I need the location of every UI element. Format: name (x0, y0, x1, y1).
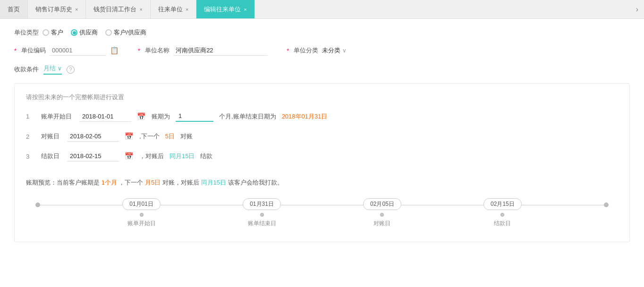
period-label-2: 对账日 (41, 132, 59, 141)
period-desc-3a: ，对账后 (139, 152, 164, 160)
tab-edit-partner-close[interactable]: × (244, 7, 246, 12)
unit-type-label: 单位类型 (14, 28, 39, 37)
preview-section: 账期预览：当前客户账期是 1个月 ，下一个 月5日 对账，对账后 同月15日 该… (26, 171, 618, 232)
timeline-node-2-dot (260, 213, 264, 217)
period-reconcile-highlight: 5日 (165, 132, 175, 141)
preview-part2: 月5日 (145, 179, 161, 186)
payment-value: 月结 (43, 64, 56, 73)
unit-code-label: 单位编码 (21, 46, 46, 55)
period-num-1: 1 (26, 113, 35, 120)
period-num-3: 3 (26, 153, 35, 160)
tab-edit-partner-label: 编辑往来单位 (204, 5, 241, 14)
timeline-node-3-bubble: 02月05日 (363, 198, 401, 210)
unit-type-row: 单位类型 客户 供应商 客户/供应商 (14, 28, 630, 37)
unit-type-group: 单位类型 客户 供应商 客户/供应商 (14, 28, 146, 37)
period-row-1: 1 账单开始日 📅 账期为 个月,账单结束日期为 2018年01月31日 (26, 111, 618, 122)
payment-label: 收款条件 (14, 65, 39, 74)
unit-category-select[interactable]: 未分类 ∨ (322, 46, 347, 55)
preview-label: 账期预览：当前客户账期是 (26, 179, 100, 186)
code-name-row: * 单位编码 📋 * 单位名称 * 单位分类 未分类 ∨ (14, 45, 630, 56)
tab-cashflow-close[interactable]: × (139, 7, 142, 12)
timeline-node-2-bubble: 01月31日 (243, 198, 281, 210)
tab-edit-partner[interactable]: 编辑往来单位 × (196, 0, 254, 18)
preview-part1: 1个月 (102, 179, 117, 186)
payment-date-input[interactable] (67, 151, 119, 161)
timeline-node-4-label: 结款日 (494, 219, 511, 228)
payment-select[interactable]: 月结 ∨ (43, 64, 62, 75)
unit-category-chevron-icon: ∨ (342, 47, 347, 54)
tab-partner-close[interactable]: × (186, 7, 188, 12)
payment-row: 收款条件 月结 ∨ ? (14, 64, 630, 75)
timeline-node-4: 02月15日 结款日 (483, 198, 522, 228)
period-desc-2b: 对账 (180, 132, 193, 141)
unit-code-calendar-icon[interactable]: 📋 (110, 46, 119, 55)
radio-both[interactable]: 客户/供应商 (105, 28, 146, 37)
payment-help-icon[interactable]: ? (67, 66, 75, 74)
tab-more-button[interactable]: › (630, 0, 644, 18)
period-hint: 请按照未来的一个完整帐期进行设置 (26, 93, 618, 101)
reconcile-date-input[interactable] (67, 131, 119, 142)
period-desc-1: 账期为 (152, 112, 170, 121)
unit-code-group: * 单位编码 📋 (14, 45, 119, 56)
tab-partner-label: 往来单位 (158, 5, 183, 14)
period-month-input[interactable] (176, 111, 213, 122)
unit-category-required: * (287, 47, 289, 54)
start-date-calendar-icon[interactable]: 📅 (137, 112, 146, 121)
radio-both-circle (105, 29, 112, 36)
radio-customer[interactable]: 客户 (42, 28, 63, 37)
radio-supplier[interactable]: 供应商 (71, 28, 98, 37)
timeline-node-4-dot (500, 213, 504, 217)
preview-connector3: 该客户会给我打款。 (228, 179, 283, 186)
period-row-3: 3 结款日 📅 ，对账后 同月15日 结款 (26, 151, 618, 161)
start-date-input[interactable] (79, 111, 131, 122)
timeline-node-2-label: 账单结束日 (248, 219, 276, 228)
tab-sales-history-close[interactable]: × (75, 7, 78, 12)
timeline: 01月01日 账单开始日 01月31日 账单结束日 02月05日 (26, 198, 618, 228)
payment-date-calendar-icon[interactable]: 📅 (125, 152, 134, 160)
tab-cashflow-label: 钱货日清工作台 (93, 5, 136, 14)
unit-type-radio-group: 客户 供应商 客户/供应商 (42, 28, 146, 37)
timeline-node-2: 01月31日 账单结束日 (243, 198, 281, 228)
period-card: 请按照未来的一个完整帐期进行设置 1 账单开始日 📅 账期为 个月,账单结束日期… (14, 83, 630, 242)
main-content: 单位类型 客户 供应商 客户/供应商 * 单位编码 (0, 19, 644, 287)
timeline-node-end (604, 198, 609, 207)
tab-cashflow[interactable]: 钱货日清工作台 × (86, 0, 150, 18)
preview-part3: 同月15日 (201, 179, 226, 186)
period-payment-highlight: 同月15日 (169, 152, 195, 160)
radio-both-label: 客户/供应商 (114, 28, 146, 37)
tab-sales-history[interactable]: 销售订单历史 × (28, 0, 86, 18)
radio-supplier-circle (71, 29, 77, 36)
radio-supplier-label: 供应商 (79, 28, 98, 37)
payment-chevron-icon: ∨ (58, 65, 62, 72)
unit-category-group: * 单位分类 未分类 ∨ (287, 46, 347, 55)
timeline-node-1-label: 账单开始日 (127, 219, 156, 228)
preview-connector1: ，下一个 (119, 179, 143, 186)
tab-sales-history-label: 销售订单历史 (35, 5, 72, 14)
timeline-node-4-bubble: 02月15日 (483, 198, 522, 210)
preview-text: 账期预览：当前客户账期是 1个月 ，下一个 月5日 对账，对账后 同月15日 该… (26, 178, 618, 187)
timeline-start-dot (35, 203, 40, 207)
reconcile-date-calendar-icon[interactable]: 📅 (125, 132, 134, 141)
unit-code-input[interactable] (50, 45, 106, 56)
unit-name-group: * 单位名称 (138, 45, 268, 56)
tab-home[interactable]: 首页 (0, 0, 28, 18)
timeline-end-dot (604, 203, 609, 207)
period-label-3: 结款日 (41, 152, 59, 160)
timeline-node-start (35, 198, 40, 207)
unit-category-value: 未分类 (322, 46, 340, 55)
period-desc-2a: ,下一个 (139, 132, 160, 141)
unit-code-required: * (14, 47, 17, 54)
tab-partner[interactable]: 往来单位 × (151, 0, 196, 18)
unit-name-label: 单位名称 (145, 46, 169, 55)
timeline-node-1-dot (140, 213, 144, 217)
period-num-2: 2 (26, 133, 35, 140)
timeline-node-1: 01月01日 账单开始日 (122, 198, 161, 228)
timeline-node-1-bubble: 01月01日 (122, 198, 161, 210)
tab-home-label: 首页 (8, 5, 20, 14)
unit-name-required: * (138, 47, 140, 54)
timeline-node-3-dot (380, 213, 384, 217)
timeline-nodes: 01月01日 账单开始日 01月31日 账单结束日 02月05日 (35, 198, 609, 228)
period-end-date: 2018年01月31日 (282, 112, 328, 121)
unit-name-input[interactable] (173, 45, 268, 56)
radio-customer-label: 客户 (51, 28, 63, 37)
